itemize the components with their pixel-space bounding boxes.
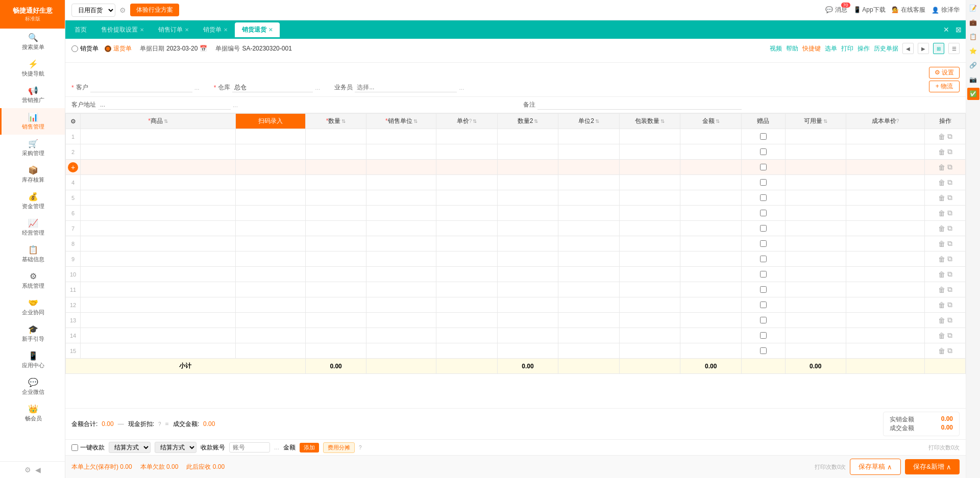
row1-price[interactable] bbox=[436, 129, 498, 144]
row9-delete-icon[interactable]: 🗑 bbox=[938, 255, 945, 263]
qty-sort-icon[interactable]: ⇅ bbox=[341, 118, 346, 124]
row2-unit[interactable] bbox=[366, 144, 436, 160]
row4-copy-icon[interactable]: ⧉ bbox=[947, 178, 952, 187]
row2-gift-check[interactable] bbox=[760, 148, 767, 155]
row2-price[interactable] bbox=[436, 144, 498, 160]
row3-gift[interactable] bbox=[742, 160, 785, 175]
row11-gift-check[interactable] bbox=[760, 286, 767, 293]
row2-gift[interactable] bbox=[742, 144, 785, 160]
prev-doc-btn[interactable]: ◀ bbox=[902, 43, 914, 54]
row5-delete-icon[interactable]: 🗑 bbox=[938, 194, 945, 202]
row3-copy-icon[interactable]: ⧉ bbox=[947, 163, 952, 171]
sidebar-item-vip[interactable]: 👑 畅会员 bbox=[0, 400, 65, 426]
qty2-sort-icon[interactable]: ⇅ bbox=[534, 118, 538, 124]
print-link[interactable]: 打印 bbox=[841, 44, 853, 53]
discount-help-icon[interactable]: ? bbox=[158, 421, 161, 427]
tab-home[interactable]: 首页 bbox=[67, 22, 94, 37]
row12-gift-check[interactable] bbox=[760, 301, 767, 308]
unit2-sort-icon[interactable]: ⇅ bbox=[595, 118, 599, 124]
row12-delete-icon[interactable]: 🗑 bbox=[938, 301, 945, 309]
operate-link[interactable]: 操作 bbox=[857, 44, 870, 53]
trial-plan-button[interactable]: 体验行业方案 bbox=[130, 4, 179, 16]
topbar-gear-icon[interactable]: ⚙ bbox=[119, 6, 126, 14]
row14-copy-icon[interactable]: ⧉ bbox=[947, 331, 952, 340]
industry-select[interactable]: 日用百货 bbox=[71, 4, 115, 17]
row1-cost[interactable] bbox=[846, 129, 925, 144]
help-link[interactable]: 帮助 bbox=[786, 44, 798, 53]
radio-sales-return-input[interactable] bbox=[105, 45, 111, 52]
settings-button[interactable]: ⚙ 设置 bbox=[929, 67, 960, 79]
sidebar-item-sales[interactable]: 📊 销售管理 bbox=[0, 108, 65, 135]
row10-delete-icon[interactable]: 🗑 bbox=[938, 270, 945, 279]
sidebar-item-search[interactable]: 🔍 搜索菜单 bbox=[0, 29, 65, 55]
logistics-button[interactable]: + 物流 bbox=[929, 81, 960, 92]
addr-select-btn[interactable]: ... bbox=[233, 102, 238, 109]
row4-gift-check[interactable] bbox=[760, 179, 767, 186]
pkg-sort-icon[interactable]: ⇅ bbox=[660, 118, 665, 124]
rp-check-icon[interactable]: ✅ bbox=[967, 88, 979, 100]
row14-delete-icon[interactable]: 🗑 bbox=[938, 332, 945, 340]
row15-delete-icon[interactable]: 🗑 bbox=[938, 347, 945, 355]
row9-copy-icon[interactable]: ⧉ bbox=[947, 255, 952, 263]
calc-method-select[interactable]: 结算方式 bbox=[155, 442, 197, 453]
row15-gift-check[interactable] bbox=[760, 347, 767, 354]
tab-sales-return-close[interactable]: ✕ bbox=[268, 27, 273, 33]
one-click-pay-checkbox[interactable] bbox=[71, 444, 78, 451]
row1-pkg[interactable] bbox=[619, 129, 680, 144]
row3-gift-check[interactable] bbox=[760, 164, 767, 170]
row3-product[interactable] bbox=[81, 160, 236, 175]
row3-product-input[interactable] bbox=[83, 163, 233, 171]
row11-copy-icon[interactable]: ⧉ bbox=[947, 285, 952, 294]
sidebar-item-system[interactable]: ⚙ 系统管理 bbox=[0, 267, 65, 294]
row2-unit2[interactable] bbox=[558, 144, 620, 160]
sidebar-item-partner[interactable]: 🤝 企业协同 bbox=[0, 294, 65, 320]
sidebar-collapse-icon[interactable]: ◀ bbox=[35, 466, 41, 474]
next-doc-btn[interactable]: ▶ bbox=[918, 43, 929, 54]
row1-gift-check[interactable] bbox=[760, 133, 767, 140]
row12-copy-icon[interactable]: ⧉ bbox=[947, 300, 952, 309]
calendar-icon[interactable]: 📅 bbox=[200, 45, 207, 52]
row1-qty2[interactable] bbox=[497, 129, 558, 144]
row3-qty2[interactable] bbox=[497, 160, 558, 175]
product-sort-icon[interactable]: ⇅ bbox=[164, 118, 168, 124]
radio-sales-delivery[interactable]: 销货单 bbox=[71, 44, 99, 53]
save-new-button[interactable]: 保存&新增 ∧ bbox=[905, 459, 960, 474]
row6-copy-icon[interactable]: ⧉ bbox=[947, 209, 952, 217]
row7-gift-check[interactable] bbox=[760, 225, 767, 232]
sidebar-item-purchase[interactable]: 🛒 采购管理 bbox=[0, 135, 65, 161]
row1-gift[interactable] bbox=[742, 129, 785, 144]
remark-input[interactable] bbox=[537, 100, 742, 110]
fee-split-button[interactable]: 费用分摊 bbox=[323, 442, 355, 453]
row7-copy-icon[interactable]: ⧉ bbox=[947, 224, 952, 233]
sidebar-item-inventory[interactable]: 📦 库存核算 bbox=[0, 161, 65, 188]
add-row-button[interactable]: + bbox=[68, 162, 78, 172]
th-scan[interactable]: 扫码录入 bbox=[236, 114, 306, 129]
row6-gift-check[interactable] bbox=[760, 210, 767, 216]
row15-copy-icon[interactable]: ⧉ bbox=[947, 346, 952, 355]
save-draft-button[interactable]: 保存草稿 ∧ bbox=[850, 459, 901, 475]
row10-copy-icon[interactable]: ⧉ bbox=[947, 270, 952, 279]
staff-select-btn[interactable]: ... bbox=[459, 84, 464, 91]
sidebar-settings-icon[interactable]: ⚙ bbox=[24, 466, 31, 474]
sidebar-item-basic-info[interactable]: 📋 基础信息 bbox=[0, 241, 65, 267]
row13-gift-check[interactable] bbox=[760, 317, 767, 323]
row2-cost[interactable] bbox=[846, 144, 925, 160]
radio-sales-delivery-input[interactable] bbox=[71, 45, 78, 52]
rp-portfolio-icon[interactable]: 💼 bbox=[967, 16, 979, 29]
row1-amount[interactable] bbox=[680, 129, 742, 144]
tab-close-all-icon[interactable]: ✕ bbox=[941, 24, 951, 35]
row2-avail[interactable] bbox=[785, 144, 846, 160]
row14-gift-check[interactable] bbox=[760, 332, 767, 339]
rp-star-icon[interactable]: ⭐ bbox=[967, 45, 979, 57]
row3-add[interactable]: + bbox=[66, 160, 81, 175]
warehouse-select-btn[interactable]: ... bbox=[315, 84, 320, 91]
row13-copy-icon[interactable]: ⧉ bbox=[947, 316, 952, 324]
rp-photo-icon[interactable]: 📷 bbox=[967, 73, 979, 86]
sidebar-item-app-center[interactable]: 📱 应用中心 bbox=[0, 347, 65, 373]
row1-unit[interactable] bbox=[366, 129, 436, 144]
row8-delete-icon[interactable]: 🗑 bbox=[938, 240, 945, 248]
row5-copy-icon[interactable]: ⧉ bbox=[947, 193, 952, 202]
row3-cost[interactable] bbox=[846, 160, 925, 175]
row1-unit2[interactable] bbox=[558, 129, 620, 144]
price-sort-icon[interactable]: ⇅ bbox=[473, 118, 477, 124]
